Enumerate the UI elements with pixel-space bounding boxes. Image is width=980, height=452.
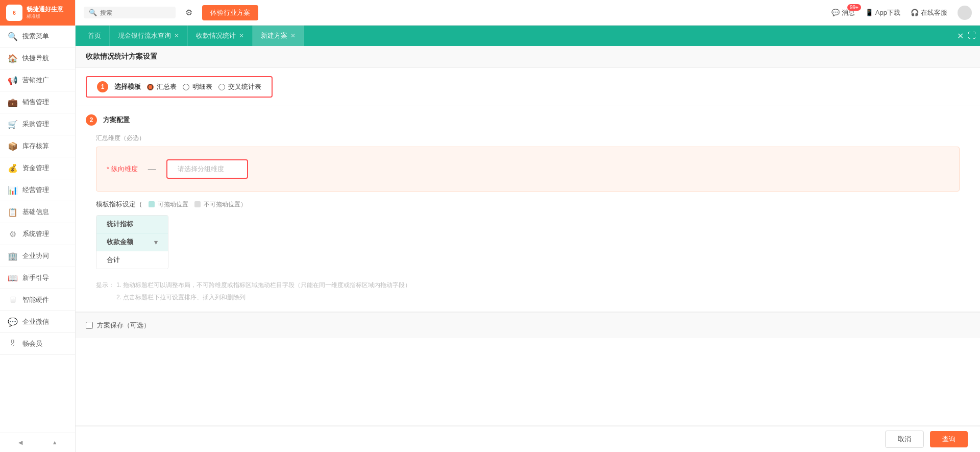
radio-summary-input[interactable] bbox=[147, 84, 154, 90]
save-label: 方案保存（可选） bbox=[97, 321, 150, 330]
sidebar-item-weixin[interactable]: 💬 企业微信 bbox=[0, 311, 75, 333]
hardware-icon: 🖥 bbox=[8, 295, 17, 304]
tip2-line: 提示： 2. 点击标题栏下拉可设置排序、插入列和删除列 bbox=[96, 291, 960, 303]
legend-draggable-label: 可拖动位置 bbox=[158, 200, 188, 209]
operations-icon: 📊 bbox=[8, 185, 17, 195]
app-version: 标准版 bbox=[27, 13, 63, 20]
message-badge: 99+ bbox=[847, 4, 861, 11]
tab-cashflow[interactable]: 现金银行流水查询 ✕ bbox=[110, 26, 188, 46]
radio-cross-input[interactable] bbox=[218, 84, 225, 90]
tabbar: 首页 现金银行流水查询 ✕ 收款情况统计 ✕ 新建方案 ✕ ✕ ⛶ bbox=[76, 26, 980, 46]
search-box[interactable]: 🔍 bbox=[84, 7, 176, 18]
dimension-area: 汇总维度（必选） * 纵向维度 — 请选择分组维度 bbox=[96, 134, 960, 192]
stat-col-header[interactable]: 收款金额 ▾ bbox=[96, 233, 168, 251]
basic-info-icon: 📋 bbox=[8, 207, 17, 217]
member-icon: 🎖 bbox=[8, 339, 17, 348]
home-icon: 🏠 bbox=[8, 54, 17, 63]
metric-settings: 模板指标设定（ 可拖动位置 不可拖动位置） 统计指标 bbox=[96, 200, 960, 271]
sidebar-item-label: 基础信息 bbox=[22, 207, 49, 217]
sidebar-item-operations[interactable]: 📊 经营管理 bbox=[0, 179, 75, 201]
trial-button[interactable]: 体验行业方案 bbox=[202, 5, 258, 20]
tab-new-plan-close[interactable]: ✕ bbox=[290, 32, 296, 39]
legend-fixed: 不可拖动位置） bbox=[194, 200, 247, 209]
tip1-text: 1. 拖动标题栏可以调整布局，不可跨维度或指标区域拖动栏目字段（只能在同一维度或… bbox=[116, 279, 411, 291]
tab-close-all-button[interactable]: ✕ bbox=[957, 31, 964, 41]
sidebar-item-label: 资金管理 bbox=[22, 163, 49, 173]
tab-expand-button[interactable]: ⛶ bbox=[968, 31, 976, 40]
dimension-select[interactable]: 请选择分组维度 bbox=[166, 159, 248, 179]
radio-summary-label: 汇总表 bbox=[157, 82, 177, 91]
sidebar-logo: 6 畅捷通好生意 标准版 bbox=[0, 0, 75, 26]
sidebar-bottom-btn1[interactable]: ◀ bbox=[4, 437, 37, 448]
tab-collection-close[interactable]: ✕ bbox=[239, 32, 244, 39]
tab-collection[interactable]: 收款情况统计 ✕ bbox=[188, 26, 253, 46]
search-input[interactable] bbox=[100, 9, 161, 16]
tab-collection-label: 收款情况统计 bbox=[196, 31, 236, 40]
sidebar-item-member[interactable]: 🎖 畅会员 bbox=[0, 333, 75, 355]
draggable-dot bbox=[149, 201, 155, 207]
sidebar-bottom-btn2[interactable]: ▲ bbox=[39, 437, 71, 448]
content-area: 收款情况统计方案设置 1 选择模板 汇总表 bbox=[76, 46, 980, 425]
sidebar-item-search[interactable]: 🔍 搜索菜单 bbox=[0, 26, 75, 47]
query-button[interactable]: 查询 bbox=[930, 431, 968, 447]
stat-col-label: 收款金额 bbox=[107, 237, 133, 247]
sidebar-item-finance[interactable]: 💰 资金管理 bbox=[0, 157, 75, 179]
step2-num: 2 bbox=[86, 114, 97, 126]
chevron-down-icon: ▾ bbox=[154, 239, 158, 246]
system-icon: ⚙ bbox=[8, 229, 17, 239]
tip-prefix: 提示： 1. 拖动标题栏可以调整布局，不可跨维度或指标区域拖动栏目字段（只能在同… bbox=[96, 279, 960, 291]
sidebar-item-purchase[interactable]: 🛒 采购管理 bbox=[0, 113, 75, 135]
radio-detail-input[interactable] bbox=[183, 84, 189, 90]
message-icon: 💬 bbox=[831, 9, 840, 16]
fixed-dot bbox=[194, 201, 201, 207]
arrow-icon: — bbox=[148, 164, 156, 174]
download-button[interactable]: 📱 App下载 bbox=[865, 8, 900, 17]
radio-summary[interactable]: 汇总表 bbox=[147, 82, 177, 91]
sidebar-item-enterprise[interactable]: 🏢 企业协同 bbox=[0, 245, 75, 267]
app-name: 畅捷通好生意 bbox=[27, 6, 63, 13]
sidebar-item-hardware[interactable]: 🖥 智能硬件 bbox=[0, 289, 75, 311]
stat-section-label: 统计指标 bbox=[107, 220, 133, 229]
weixin-icon: 💬 bbox=[8, 317, 17, 326]
sidebar-item-basic-info[interactable]: 📋 基础信息 bbox=[0, 201, 75, 223]
guide-icon: 📖 bbox=[8, 273, 17, 282]
service-icon: 🎧 bbox=[911, 9, 919, 16]
tab-home[interactable]: 首页 bbox=[80, 26, 110, 46]
service-button[interactable]: 🎧 在线客服 bbox=[911, 8, 947, 17]
stat-row-value: 合计 bbox=[107, 256, 120, 264]
tab-home-label: 首页 bbox=[88, 31, 101, 40]
save-section: 方案保存（可选） bbox=[76, 312, 980, 338]
search-icon: 🔍 bbox=[8, 32, 17, 41]
gear-button[interactable]: ⚙ bbox=[182, 6, 196, 20]
stat-table: 统计指标 收款金额 ▾ 合计 bbox=[96, 215, 168, 269]
save-checkbox[interactable] bbox=[86, 322, 93, 329]
step1-label: 选择模板 bbox=[114, 82, 141, 91]
message-button[interactable]: 💬 消息 99+ bbox=[831, 8, 855, 17]
sidebar-item-marketing[interactable]: 📢 营销推广 bbox=[0, 69, 75, 91]
tips-area: 提示： 1. 拖动标题栏可以调整布局，不可跨维度或指标区域拖动栏目字段（只能在同… bbox=[96, 279, 960, 303]
radio-detail-label: 明细表 bbox=[192, 82, 212, 91]
user-avatar[interactable] bbox=[958, 6, 972, 20]
sidebar-item-quicknav[interactable]: 🏠 快捷导航 bbox=[0, 47, 75, 69]
radio-cross[interactable]: 交叉统计表 bbox=[218, 82, 261, 91]
tab-cashflow-close[interactable]: ✕ bbox=[174, 32, 179, 39]
step1-section: 1 选择模板 汇总表 明细表 交叉统计表 bbox=[76, 68, 980, 106]
dimension-grid: * 纵向维度 — 请选择分组维度 bbox=[96, 147, 960, 192]
tab-new-plan-label: 新建方案 bbox=[261, 31, 287, 40]
sidebar-item-label: 快捷导航 bbox=[22, 54, 49, 63]
sidebar-item-label: 系统管理 bbox=[22, 229, 49, 239]
sidebar-item-system[interactable]: ⚙ 系统管理 bbox=[0, 223, 75, 245]
sidebar-item-inventory[interactable]: 📦 库存核算 bbox=[0, 135, 75, 157]
sidebar-item-label: 畅会员 bbox=[22, 339, 42, 348]
main-area: 🔍 ⚙ 体验行业方案 💬 消息 99+ 📱 App下载 🎧 在线客服 首页 bbox=[76, 0, 980, 452]
sidebar-item-guide[interactable]: 📖 新手引导 bbox=[0, 267, 75, 289]
sidebar-item-label: 营销推广 bbox=[22, 76, 49, 85]
sidebar-item-sales[interactable]: 💼 销售管理 bbox=[0, 91, 75, 113]
radio-detail[interactable]: 明细表 bbox=[183, 82, 212, 91]
sidebar-item-label: 智能硬件 bbox=[22, 295, 49, 304]
cancel-button[interactable]: 取消 bbox=[885, 431, 924, 448]
metric-header: 模板指标设定（ 可拖动位置 不可拖动位置） bbox=[96, 200, 960, 209]
dimension-title: 汇总维度（必选） bbox=[96, 134, 960, 142]
sidebar: 6 畅捷通好生意 标准版 🔍 搜索菜单 🏠 快捷导航 📢 营销推广 💼 销售管理… bbox=[0, 0, 76, 452]
tab-new-plan[interactable]: 新建方案 ✕ bbox=[253, 26, 304, 46]
